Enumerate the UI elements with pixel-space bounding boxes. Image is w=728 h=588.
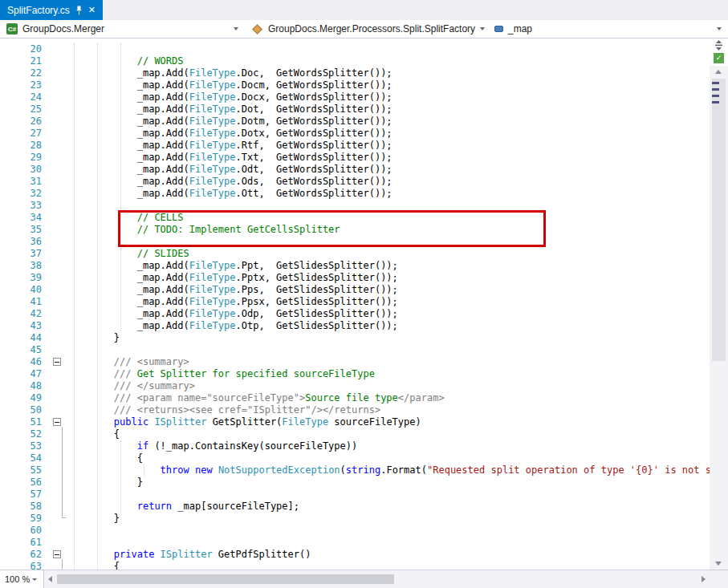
- code-line-24[interactable]: 24 _map.Add(FileType.Docx, GetWordsSplit…: [0, 91, 710, 103]
- vertical-scrollbar[interactable]: [710, 66, 728, 570]
- chevron-down-icon: [717, 27, 722, 30]
- code-text: _map.Add(FileType.Ods, GetWordsSplitter(…: [67, 176, 392, 188]
- outline-margin: [48, 356, 67, 368]
- outline-margin: [48, 464, 67, 476]
- code-line-43[interactable]: 43 _map.Add(FileType.Otp, GetSlidesSplit…: [0, 320, 710, 332]
- code-text: _map.Add(FileType.Docm, GetWordsSplitter…: [67, 79, 392, 91]
- line-number: 52: [0, 428, 48, 440]
- code-line-41[interactable]: 41 _map.Add(FileType.Ppsx, GetSlidesSpli…: [0, 296, 710, 308]
- code-text: }: [67, 332, 120, 344]
- line-number: 56: [0, 476, 48, 489]
- scroll-up-arrow-icon[interactable]: [715, 70, 722, 74]
- code-line-45[interactable]: 45: [0, 344, 710, 356]
- collapse-toggle-icon[interactable]: [53, 358, 61, 366]
- code-line-55[interactable]: 55 throw new NotSupportedException(strin…: [0, 464, 710, 476]
- scroll-down-arrow-icon[interactable]: [715, 562, 722, 566]
- line-number: 31: [0, 176, 48, 188]
- code-text: {: [67, 452, 143, 464]
- close-icon[interactable]: ✕: [88, 6, 96, 14]
- outline-margin: [48, 296, 67, 308]
- code-line-63[interactable]: 63 {: [0, 561, 710, 570]
- code-line-20[interactable]: 20: [0, 43, 710, 55]
- code-line-22[interactable]: 22 _map.Add(FileType.Doc, GetWordsSplitt…: [0, 67, 710, 79]
- code-line-57[interactable]: 57: [0, 489, 710, 501]
- scroll-right-arrow-icon[interactable]: [702, 576, 706, 582]
- code-line-31[interactable]: 31 _map.Add(FileType.Ods, GetWordsSplitt…: [0, 176, 710, 188]
- horizontal-scrollbar[interactable]: [44, 570, 710, 588]
- right-rail: ✓: [710, 39, 728, 570]
- member-dropdown[interactable]: _map: [488, 20, 728, 38]
- project-dropdown[interactable]: C# GroupDocs.Merger: [0, 20, 245, 38]
- code-line-62[interactable]: 62 private ISplitter GetPdfSplitter(): [0, 549, 710, 561]
- horizontal-scrollbar-thumb[interactable]: [57, 574, 394, 584]
- code-line-53[interactable]: 53 if (!_map.ContainsKey(sourceFileType)…: [0, 440, 710, 452]
- line-number: 51: [0, 416, 48, 428]
- code-line-25[interactable]: 25 _map.Add(FileType.Dot, GetWordsSplitt…: [0, 103, 710, 116]
- code-editor[interactable]: 2021 // WORDS22 _map.Add(FileType.Doc, G…: [0, 39, 710, 570]
- scrollbar-marker: [712, 82, 719, 84]
- csharp-project-icon: C#: [6, 23, 18, 34]
- zoom-control[interactable]: 100 %: [0, 570, 44, 588]
- code-line-32[interactable]: 32 _map.Add(FileType.Ott, GetWordsSplitt…: [0, 188, 710, 200]
- collapse-toggle-icon[interactable]: [53, 418, 61, 426]
- code-line-27[interactable]: 27 _map.Add(FileType.Dotx, GetWordsSplit…: [0, 128, 710, 140]
- code-line-49[interactable]: 49 /// <param name="sourceFileType">Sour…: [0, 392, 710, 404]
- code-line-28[interactable]: 28 _map.Add(FileType.Rtf, GetWordsSplitt…: [0, 140, 710, 152]
- code-line-38[interactable]: 38 _map.Add(FileType.Ppt, GetSlidesSplit…: [0, 260, 710, 272]
- outline-margin: [48, 224, 67, 236]
- code-line-30[interactable]: 30 _map.Add(FileType.Odt, GetWordsSplitt…: [0, 164, 710, 176]
- code-line-37[interactable]: 37 // SLIDES: [0, 248, 710, 260]
- outline-margin: [48, 404, 67, 416]
- code-line-60[interactable]: 60: [0, 525, 710, 537]
- code-line-21[interactable]: 21 // WORDS: [0, 55, 710, 67]
- code-line-54[interactable]: 54 {: [0, 452, 710, 464]
- pin-icon[interactable]: [75, 6, 83, 15]
- outline-margin: [48, 561, 67, 570]
- code-line-46[interactable]: 46 /// <summary>: [0, 356, 710, 368]
- vertical-scrollbar-thumb[interactable]: [712, 79, 726, 361]
- code-text: _map.Add(FileType.Pptx, GetSlidesSplitte…: [67, 272, 398, 284]
- collapse-toggle-icon[interactable]: [53, 550, 61, 558]
- line-number: 43: [0, 320, 48, 332]
- split-editor-handle[interactable]: [710, 39, 728, 52]
- bottom-bar: 100 %: [0, 570, 728, 588]
- line-number: 50: [0, 404, 48, 416]
- code-line-40[interactable]: 40 _map.Add(FileType.Pps, GetSlidesSplit…: [0, 284, 710, 296]
- scrollbar-marker: [712, 101, 719, 103]
- code-line-56[interactable]: 56 }: [0, 476, 710, 489]
- code-line-61[interactable]: 61: [0, 537, 710, 549]
- code-line-29[interactable]: 29 _map.Add(FileType.Txt, GetWordsSplitt…: [0, 152, 710, 164]
- zoom-level: 100 %: [5, 574, 30, 584]
- line-number: 27: [0, 128, 48, 140]
- scroll-left-arrow-icon[interactable]: [48, 576, 52, 582]
- code-line-39[interactable]: 39 _map.Add(FileType.Pptx, GetSlidesSpli…: [0, 272, 710, 284]
- outline-margin: [48, 332, 67, 344]
- code-text: _map.Add(FileType.Rtf, GetWordsSplitter(…: [67, 140, 392, 152]
- outline-margin: [48, 428, 67, 440]
- code-line-52[interactable]: 52 {: [0, 428, 710, 440]
- chevron-down-icon: [32, 578, 37, 581]
- tab-splitfactory[interactable]: SplitFactory.cs ✕: [0, 0, 103, 20]
- code-text: _map.Add(FileType.Ppsx, GetSlidesSplitte…: [67, 296, 398, 308]
- code-line-48[interactable]: 48 /// </summary>: [0, 380, 710, 392]
- code-line-59[interactable]: 59 }: [0, 513, 710, 525]
- scrollbar-marker: [712, 95, 719, 97]
- code-line-47[interactable]: 47 /// Get Splitter for specified source…: [0, 368, 710, 380]
- code-line-58[interactable]: 58 return _map[sourceFileType];: [0, 501, 710, 513]
- code-text: _map.Add(FileType.Dotm, GetWordsSplitter…: [67, 116, 392, 128]
- code-text: if (!_map.ContainsKey(sourceFileType)): [67, 440, 357, 452]
- code-line-42[interactable]: 42 _map.Add(FileType.Odp, GetSlidesSplit…: [0, 308, 710, 320]
- scrollbar-marker: [712, 88, 719, 91]
- outline-margin: [48, 380, 67, 392]
- outline-margin: [48, 476, 67, 489]
- file-health-indicator[interactable]: ✓: [710, 52, 728, 64]
- code-line-50[interactable]: 50 /// <returns><see cref="ISplitter"/><…: [0, 404, 710, 416]
- type-dropdown[interactable]: GroupDocs.Merger.Processors.Split.SplitF…: [245, 20, 488, 38]
- project-dropdown-label: GroupDocs.Merger: [22, 23, 104, 34]
- code-line-51[interactable]: 51 public ISplitter GetSplitter(FileType…: [0, 416, 710, 428]
- code-text: _map.Add(FileType.Docx, GetWordsSplitter…: [67, 91, 392, 103]
- code-line-44[interactable]: 44 }: [0, 332, 710, 344]
- code-line-23[interactable]: 23 _map.Add(FileType.Docm, GetWordsSplit…: [0, 79, 710, 91]
- code-line-26[interactable]: 26 _map.Add(FileType.Dotm, GetWordsSplit…: [0, 116, 710, 128]
- outline-margin: [48, 67, 67, 79]
